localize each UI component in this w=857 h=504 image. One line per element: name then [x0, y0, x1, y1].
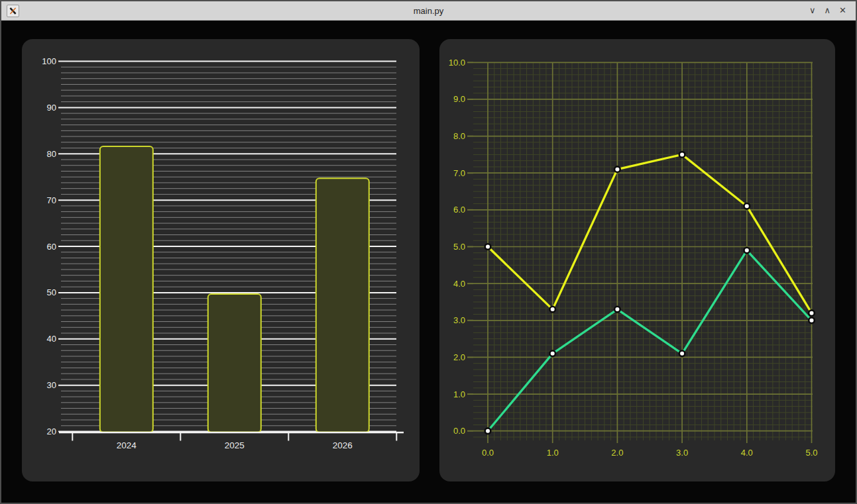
- window-title: main.py: [1, 6, 856, 16]
- line-chart: 0.01.02.03.04.05.06.07.08.09.010.00.01.0…: [439, 39, 835, 481]
- y-tick-label: 8.0: [453, 131, 465, 141]
- x-tick-label: 3.0: [676, 448, 688, 458]
- x-tick-label: 2.0: [611, 448, 623, 458]
- y-tick-label: 9.0: [453, 94, 465, 104]
- green-series-marker: [549, 351, 555, 357]
- minor-gridlines: [473, 62, 813, 440]
- y-tick-label: 60: [47, 242, 56, 252]
- window-controls: ∨ ∧ ✕: [809, 1, 846, 20]
- x-tick-label: 4.0: [741, 448, 753, 458]
- y-tick-label: 1.0: [453, 389, 465, 399]
- line-chart-panel: 0.01.02.03.04.05.06.07.08.09.010.00.01.0…: [439, 39, 835, 481]
- y-tick-label: 6.0: [453, 205, 465, 215]
- y-tick-label: 3.0: [453, 315, 465, 325]
- y-tick-label: 0.0: [453, 426, 465, 436]
- x-tick-label: 0.0: [482, 448, 494, 458]
- yellow-series-marker: [679, 152, 685, 158]
- bar-chart-panel: 1009080706050403020202420252026: [22, 39, 420, 481]
- yellow-series-marker: [485, 244, 491, 250]
- y-tick-label: 5.0: [453, 242, 465, 252]
- yellow-series-marker: [614, 166, 620, 172]
- y-tick-label: 4.0: [453, 279, 465, 289]
- y-tick-label: 90: [47, 103, 56, 113]
- green-series-marker: [485, 428, 491, 434]
- close-button[interactable]: ✕: [839, 1, 846, 20]
- y-tick-label: 10.0: [449, 58, 465, 68]
- x-tick-label: 2025: [225, 440, 245, 450]
- green-series-marker: [744, 248, 750, 254]
- y-tick-label: 30: [47, 380, 56, 390]
- yellow-series-marker: [549, 307, 555, 313]
- maximize-button[interactable]: ∧: [825, 1, 831, 20]
- green-series-marker: [809, 317, 815, 323]
- y-tick-label: 100: [42, 56, 56, 66]
- y-tick-label: 70: [47, 195, 56, 205]
- minimize-button[interactable]: ∨: [809, 1, 816, 20]
- window-titlebar[interactable]: main.py ∨ ∧ ✕: [1, 1, 856, 21]
- yellow-series-marker: [744, 203, 750, 209]
- yellow-series-marker: [809, 310, 815, 316]
- y-tick-label: 20: [47, 427, 56, 436]
- y-tick-label: 50: [47, 287, 56, 297]
- y-tick-labels: 1009080706050403020: [42, 56, 56, 436]
- x-axis: 202420252026: [59, 432, 404, 450]
- y-tick-label: 2.0: [453, 352, 465, 362]
- bar-chart: 1009080706050403020202420252026: [22, 39, 420, 481]
- y-tick-label: 40: [47, 334, 56, 344]
- y-tick-label: 80: [47, 149, 56, 159]
- x-tick-label: 1.0: [547, 448, 559, 458]
- bar-2024: [100, 146, 153, 432]
- bars: [100, 146, 369, 432]
- bar-2025: [208, 294, 261, 432]
- green-series-marker: [679, 351, 685, 357]
- y-tick-label: 7.0: [453, 168, 465, 178]
- bar-2026: [316, 178, 369, 432]
- app-window: main.py ∨ ∧ ✕ 10090807060504030202024202…: [0, 0, 857, 504]
- x-tick-label: 5.0: [805, 448, 817, 458]
- x-tick-label: 2024: [117, 440, 137, 450]
- green-series-marker: [614, 307, 620, 313]
- x-tick-label: 2026: [333, 440, 353, 450]
